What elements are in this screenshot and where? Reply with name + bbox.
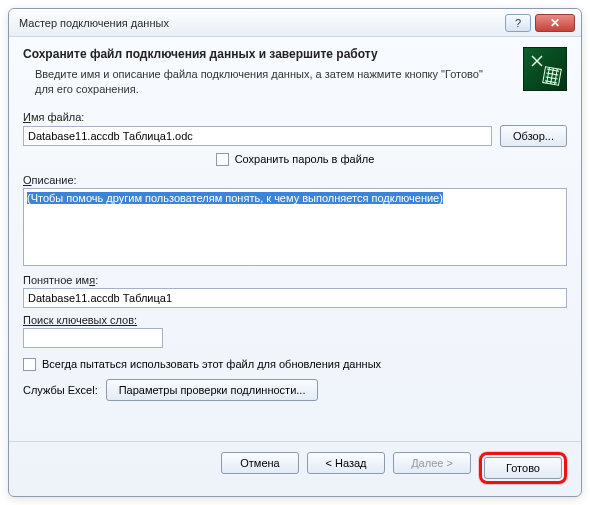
keywords-input[interactable] (23, 328, 163, 348)
dialog-footer: Отмена < Назад Далее > Готово (9, 442, 581, 496)
always-use-label: Всегда пытаться использовать этот файл д… (42, 358, 381, 370)
help-icon: ? (515, 17, 521, 29)
save-password-label: Сохранить пароль в файле (235, 153, 375, 165)
close-button[interactable]: ✕ (535, 14, 575, 32)
excel-services-label: Службы Excel: (23, 384, 98, 396)
friendly-name-input[interactable] (23, 288, 567, 308)
page-description: Введите имя и описание файла подключения… (23, 67, 513, 97)
cancel-button[interactable]: Отмена (221, 452, 299, 474)
back-button[interactable]: < Назад (307, 452, 385, 474)
wizard-icon (523, 47, 567, 91)
description-textarea[interactable]: (Чтобы помочь другим пользователям понят… (23, 188, 567, 266)
keywords-label: Поиск ключевых слов: (23, 314, 567, 326)
friendly-name-label: Понятное имя: (23, 274, 567, 286)
dialog-content: Сохраните файл подключения данных и заве… (9, 37, 581, 433)
save-password-checkbox[interactable] (216, 153, 229, 166)
close-icon: ✕ (550, 16, 560, 30)
help-button[interactable]: ? (505, 14, 531, 32)
page-title: Сохраните файл подключения данных и заве… (23, 47, 513, 61)
dialog-window: Мастер подключения данных ? ✕ Сохраните … (8, 8, 582, 497)
description-value: (Чтобы помочь другим пользователям понят… (27, 192, 443, 204)
titlebar: Мастер подключения данных ? ✕ (9, 9, 581, 37)
done-highlight: Готово (479, 452, 567, 484)
always-use-checkbox[interactable] (23, 358, 36, 371)
filename-input[interactable] (23, 126, 492, 146)
auth-params-button[interactable]: Параметры проверки подлинности... (106, 379, 319, 401)
done-button[interactable]: Готово (484, 457, 562, 479)
description-label: Описание: (23, 174, 567, 186)
browse-button[interactable]: Обзор... (500, 125, 567, 147)
window-title: Мастер подключения данных (19, 17, 501, 29)
next-button: Далее > (393, 452, 471, 474)
filename-label: Имя файла: (23, 111, 567, 123)
